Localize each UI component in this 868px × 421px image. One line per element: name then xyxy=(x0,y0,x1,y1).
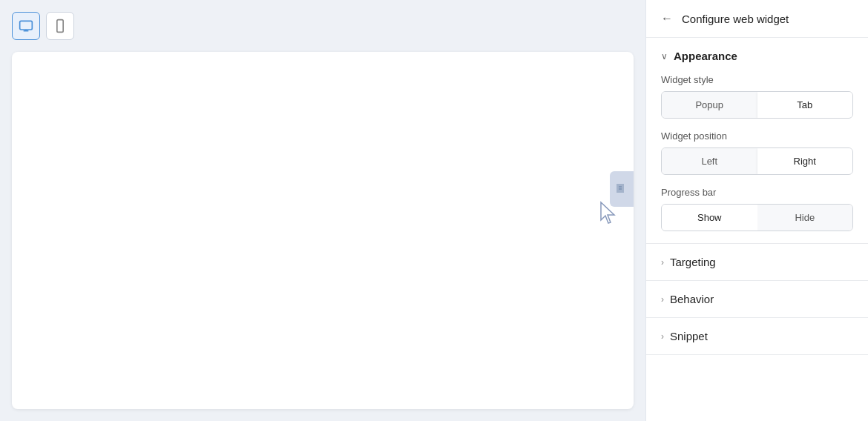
appearance-section-title: Appearance xyxy=(674,50,737,62)
targeting-section-header[interactable]: › Targeting xyxy=(661,256,853,268)
widget-position-toggle: Left Right xyxy=(661,147,853,175)
appearance-section: ∨ Appearance Widget style Popup Tab Widg… xyxy=(646,38,868,244)
widget-style-popup-btn[interactable]: Popup xyxy=(662,92,757,118)
desktop-device-btn[interactable] xyxy=(12,12,40,40)
appearance-section-header[interactable]: ∨ Appearance xyxy=(661,50,853,62)
targeting-chevron-icon: › xyxy=(661,257,664,268)
widget-style-field: Widget style Popup Tab xyxy=(661,74,853,119)
snippet-label: Snippet xyxy=(670,330,708,342)
progress-bar-hide-btn[interactable]: Hide xyxy=(757,205,853,231)
targeting-label: Targeting xyxy=(670,256,716,268)
behavior-label: Behavior xyxy=(670,293,714,305)
mobile-device-btn[interactable] xyxy=(46,12,74,40)
behavior-section: › Behavior xyxy=(646,281,868,318)
config-panel: ← Configure web widget ∨ Appearance Widg… xyxy=(645,0,868,421)
panel-header: ← Configure web widget xyxy=(646,0,868,38)
svg-rect-0 xyxy=(20,21,33,30)
svg-rect-3 xyxy=(57,20,63,33)
progress-bar-field: Progress bar Show Hide xyxy=(661,187,853,231)
panel-title: Configure web widget xyxy=(682,13,789,25)
snippet-section-header[interactable]: › Snippet xyxy=(661,330,853,342)
snippet-section: › Snippet xyxy=(646,318,868,355)
progress-bar-toggle: Show Hide xyxy=(661,204,853,231)
widget-position-left-btn[interactable]: Left xyxy=(662,148,757,174)
progress-bar-show-btn[interactable]: Show xyxy=(662,205,757,231)
widget-style-tab-btn[interactable]: Tab xyxy=(757,92,853,118)
widget-position-right-btn[interactable]: Right xyxy=(757,148,853,174)
widget-position-label: Widget position xyxy=(661,130,853,142)
widget-icon[interactable] xyxy=(610,171,634,207)
behavior-chevron-icon: › xyxy=(661,294,664,305)
progress-bar-label: Progress bar xyxy=(661,187,853,198)
behavior-section-header[interactable]: › Behavior xyxy=(661,293,853,305)
appearance-chevron-icon: ∨ xyxy=(661,51,668,62)
back-button[interactable]: ← xyxy=(661,12,673,25)
preview-canvas xyxy=(12,52,634,409)
back-arrow-icon: ← xyxy=(661,12,673,25)
device-toolbar xyxy=(12,12,634,40)
preview-area xyxy=(0,0,645,421)
widget-position-field: Widget position Left Right xyxy=(661,130,853,175)
widget-style-toggle: Popup Tab xyxy=(661,91,853,119)
targeting-section: › Targeting xyxy=(646,244,868,281)
snippet-chevron-icon: › xyxy=(661,331,664,342)
widget-style-label: Widget style xyxy=(661,74,853,85)
